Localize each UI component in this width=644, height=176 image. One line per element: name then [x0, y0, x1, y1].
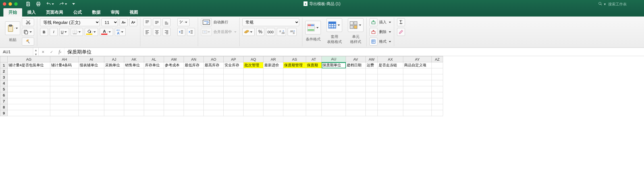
cell[interactable] [244, 80, 263, 86]
cell[interactable] [244, 74, 263, 80]
cell[interactable] [8, 92, 50, 98]
column-header-AO[interactable]: AO [204, 56, 224, 62]
increase-decimal-button[interactable]: .0.00 [277, 28, 286, 36]
font-color-button[interactable]: A [100, 28, 113, 36]
increase-indent-button[interactable] [187, 28, 195, 36]
row-header[interactable]: 4 [0, 80, 8, 86]
clear-button[interactable] [397, 28, 405, 36]
cell[interactable] [164, 68, 184, 74]
font-name-select[interactable]: 等线 Regular (正文) [40, 18, 100, 26]
column-header-AM[interactable]: AM [164, 56, 184, 62]
cell[interactable] [403, 80, 432, 86]
cell[interactable] [263, 110, 283, 116]
column-header-AX[interactable]: AX [378, 56, 403, 62]
comma-button[interactable]: 000 [266, 28, 275, 36]
cell[interactable]: 参考成本 [164, 62, 184, 68]
cell[interactable] [306, 110, 322, 116]
cell[interactable]: 批次管理 [244, 62, 263, 68]
cell[interactable] [184, 98, 204, 104]
cell[interactable] [8, 86, 50, 92]
cell[interactable] [366, 110, 378, 116]
align-right-button[interactable] [163, 28, 171, 36]
cell[interactable] [144, 98, 164, 104]
cell[interactable] [244, 86, 263, 92]
column-header-AL[interactable]: AL [144, 56, 164, 62]
cell[interactable] [50, 80, 79, 86]
align-top-button[interactable] [143, 18, 151, 26]
cell[interactable] [164, 104, 184, 110]
save-icon[interactable] [26, 1, 31, 7]
cell[interactable] [378, 68, 403, 74]
cell[interactable] [79, 98, 104, 104]
cell[interactable] [283, 80, 306, 86]
cell[interactable] [322, 68, 346, 74]
cell[interactable] [432, 98, 443, 104]
row-header[interactable]: 1 [0, 62, 8, 68]
undo-icon[interactable] [46, 1, 54, 7]
cell[interactable] [164, 80, 184, 86]
cell[interactable] [432, 74, 443, 80]
cell[interactable] [79, 110, 104, 116]
cell[interactable] [263, 86, 283, 92]
cell[interactable] [79, 68, 104, 74]
cell[interactable] [124, 98, 144, 104]
cell[interactable] [306, 68, 322, 74]
phonetic-button[interactable]: abcA [115, 28, 126, 36]
cell[interactable] [224, 68, 244, 74]
number-format-select[interactable]: 常规 [242, 18, 299, 26]
close-window-button[interactable] [3, 2, 6, 6]
cell[interactable] [50, 110, 79, 116]
delete-cells-icon[interactable] [369, 28, 377, 36]
cell[interactable] [403, 104, 432, 110]
cell[interactable] [204, 74, 224, 80]
tab-公式[interactable]: 公式 [68, 8, 87, 17]
cell[interactable] [164, 110, 184, 116]
fill-color-button[interactable] [85, 28, 98, 36]
cell[interactable] [184, 74, 204, 80]
row-header[interactable]: 7 [0, 98, 8, 104]
row-header[interactable]: 3 [0, 74, 8, 80]
orientation-button[interactable] [177, 18, 190, 26]
underline-button[interactable]: U [59, 28, 69, 36]
cell[interactable] [224, 80, 244, 86]
cell[interactable] [346, 80, 366, 86]
minimize-window-button[interactable] [9, 2, 12, 6]
fx-icon[interactable]: fx [56, 48, 65, 56]
name-box-stepper[interactable]: ▴▾ [33, 48, 39, 56]
increase-font-button[interactable]: A▴ [120, 18, 128, 26]
cell[interactable] [144, 104, 164, 110]
print-icon[interactable] [36, 1, 41, 7]
cell[interactable] [244, 110, 263, 116]
cell[interactable] [322, 110, 346, 116]
cell[interactable] [144, 68, 164, 74]
tab-数据[interactable]: 数据 [87, 8, 106, 17]
cell[interactable] [144, 86, 164, 92]
format-cells-icon[interactable] [369, 38, 377, 46]
cell[interactable] [403, 68, 432, 74]
cell[interactable] [283, 98, 306, 104]
cell[interactable] [204, 80, 224, 86]
cell[interactable] [322, 86, 346, 92]
tab-插入[interactable]: 插入 [22, 8, 41, 17]
cell[interactable] [432, 110, 443, 116]
zoom-window-button[interactable] [14, 2, 18, 6]
cell[interactable] [403, 92, 432, 98]
cell[interactable] [8, 68, 50, 74]
column-header-AW[interactable]: AW [366, 56, 378, 62]
cell[interactable] [164, 92, 184, 98]
cell[interactable]: 报表辅单位 [79, 62, 104, 68]
cell[interactable] [263, 92, 283, 98]
cell[interactable] [322, 80, 346, 86]
cell[interactable] [224, 110, 244, 116]
column-header-AS[interactable]: AS [283, 56, 306, 62]
row-header[interactable]: 2 [0, 68, 8, 74]
cell[interactable] [204, 98, 224, 104]
cell[interactable] [306, 104, 322, 110]
select-all-corner[interactable] [0, 56, 8, 62]
cell[interactable] [378, 98, 403, 104]
cell[interactable] [124, 80, 144, 86]
cell[interactable] [8, 74, 50, 80]
cell[interactable] [366, 98, 378, 104]
cell[interactable] [224, 74, 244, 80]
cell[interactable] [283, 86, 306, 92]
